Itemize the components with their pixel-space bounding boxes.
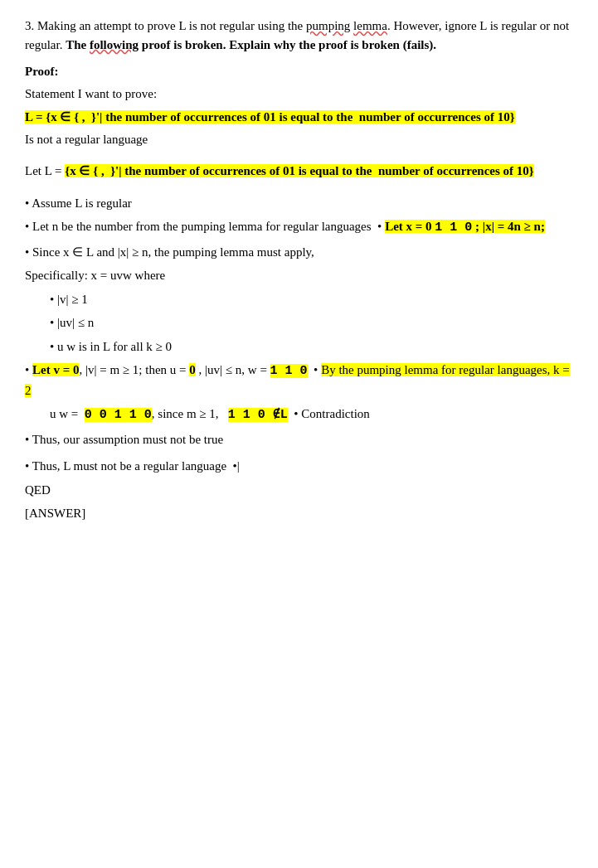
- bullet-let-n: • Let n be the number from the pumping l…: [25, 217, 573, 238]
- page-container: 3. Making an attempt to prove L is not r…: [25, 17, 573, 523]
- question-number: 3.: [25, 19, 34, 32]
- sub-bullet-uw: • u w is in L for all k ≥ 0: [50, 337, 573, 356]
- bullet-specifically: Specifically: x = uvw where: [25, 266, 573, 285]
- bullet-assume: • Assume L is regular: [25, 194, 573, 213]
- question-text: 3. Making an attempt to prove L is not r…: [25, 17, 573, 54]
- uw-value-highlighted: 0 0 1 1 0: [85, 408, 152, 422]
- u-zero-highlighted: 0: [189, 363, 196, 376]
- is-not-regular: Is not a regular language: [25, 130, 573, 149]
- pumping-word: pumping: [306, 19, 350, 32]
- let-l-highlighted: {x ∈ { , }'| the number of occurrences o…: [65, 164, 533, 177]
- sub-bullet-v: • |v| ≥ 1: [50, 290, 573, 309]
- statement-label: Statement I want to prove:: [25, 85, 573, 104]
- bullet-let-v: • Let v = 0, |v| = m ≥ 1; then u = 0 , |…: [25, 361, 573, 400]
- let-v-highlighted: Let v = 0: [32, 363, 79, 376]
- uw-result: u w = 0 0 1 1 0, since m ≥ 1, 1 1 0 ∉L •…: [50, 405, 573, 425]
- bullet-thus-assumption: • Thus, our assumption must not be true: [25, 430, 573, 449]
- proof-label: Proof:: [25, 62, 573, 81]
- bold-instruction: The following proof is broken. Explain w…: [66, 38, 436, 51]
- following-word: following: [90, 38, 139, 51]
- not-in-l-highlighted: 1 1 0 ∉L: [228, 408, 288, 422]
- question-header: 3. Making an attempt to prove L is not r…: [25, 17, 573, 54]
- w-highlighted: 1 1 0: [270, 364, 308, 378]
- bullet-since-x: • Since x ∈ L and |x| ≥ n, the pumping l…: [25, 243, 573, 262]
- answer-text: [ANSWER]: [25, 504, 573, 523]
- sub-bullet-uv: • |uv| ≤ n: [50, 313, 573, 332]
- qed-text: QED: [25, 481, 573, 500]
- first-statement: L = {x ∈ { , }'| the number of occurrenc…: [25, 108, 573, 127]
- proof-block: Proof: Statement I want to prove: L = {x…: [25, 62, 573, 523]
- let-x-highlighted: Let x = 0 1 1 0 ; |x| = 4n ≥ n;: [385, 220, 545, 233]
- first-statement-text: L = {x ∈ { , }'| the number of occurrenc…: [25, 110, 515, 124]
- bullet-thus-l: • Thus, L must not be a regular language…: [25, 457, 573, 476]
- lemma-word: lemma: [353, 19, 387, 32]
- let-l-statement: Let L = {x ∈ { , }'| the number of occur…: [25, 162, 573, 181]
